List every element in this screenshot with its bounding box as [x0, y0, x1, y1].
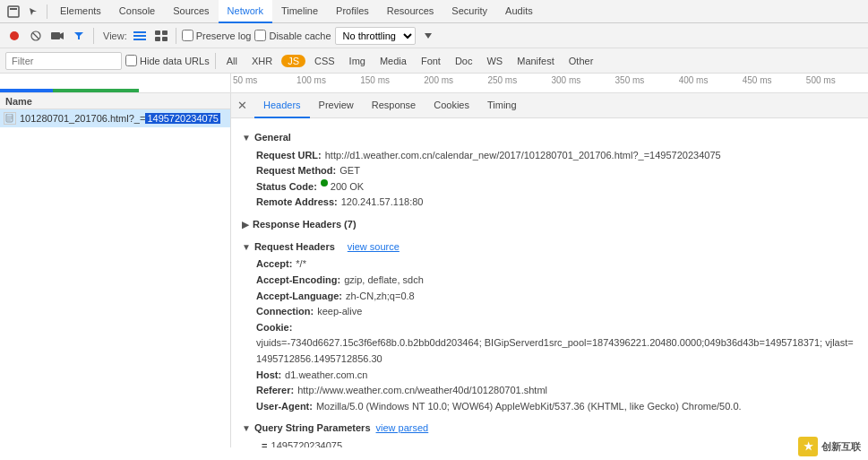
timeline-label: 300 ms [549, 75, 613, 85]
network-row[interactable]: 101280701_201706.html?_=1495720234075 [0, 109, 230, 127]
timeline-label: 200 ms [422, 75, 486, 85]
filter-js[interactable]: JS [281, 55, 305, 67]
request-header-row: Accept:*/* [256, 256, 857, 273]
header-key: User-Agent: [256, 399, 313, 415]
request-headers-title: Request Headers [254, 239, 335, 256]
header-val: */* [296, 256, 306, 273]
row-filename: 101280701_201706.html?_=1495720234075 [20, 113, 220, 124]
throttle-select[interactable]: No throttling [335, 27, 416, 45]
response-headers-triangle-icon: ▶ [242, 217, 249, 232]
network-list-panel: Name 101280701_201706.html?_=14957202340… [0, 93, 231, 447]
clear-button[interactable] [27, 27, 45, 45]
request-headers-section-header[interactable]: ▼ Request Headers view source [242, 239, 857, 256]
general-section-title: General [254, 129, 291, 146]
request-method-row: Request Method: GET [256, 163, 857, 179]
devtools-icon-pointer[interactable] [4, 2, 23, 22]
filter-input[interactable] [5, 52, 122, 70]
headers-content: ▼ General Request URL: http://d1.weather… [231, 118, 868, 447]
filter-img[interactable]: Img [344, 54, 371, 68]
preserve-log-checkbox[interactable]: Preserve log [182, 30, 252, 41]
close-details-button[interactable]: ✕ [235, 99, 249, 113]
filter-button[interactable] [70, 27, 88, 45]
svg-rect-10 [162, 30, 168, 35]
tab-profiles[interactable]: Profiles [327, 0, 378, 23]
timeline-label: 500 ms [804, 75, 868, 85]
header-val: Mozilla/5.0 (Windows NT 10.0; WOW64) App… [316, 399, 742, 415]
record-button[interactable] [5, 27, 23, 45]
timeline-label: 450 ms [741, 75, 804, 85]
hide-data-urls-checkbox[interactable]: Hide data URLs [125, 55, 210, 66]
tab-response[interactable]: Response [363, 93, 425, 118]
tab-console[interactable]: Console [110, 0, 164, 23]
timeline-label: 100 ms [295, 75, 358, 85]
param-val: 1495720234075 [271, 438, 343, 447]
svg-point-2 [10, 31, 19, 40]
tab-headers[interactable]: Headers [254, 93, 310, 118]
filter-css[interactable]: CSS [309, 54, 340, 68]
tab-timeline[interactable]: Timeline [272, 0, 327, 23]
tab-sources[interactable]: Sources [164, 0, 218, 23]
tab-preview[interactable]: Preview [310, 93, 363, 118]
svg-rect-13 [6, 114, 13, 122]
filter-doc[interactable]: Doc [450, 54, 478, 68]
request-headers-content: Accept:*/*Accept-Encoding:gzip, deflate,… [242, 256, 857, 414]
query-param-row: _=1495720234075 [256, 438, 857, 447]
filter-media[interactable]: Media [374, 54, 412, 68]
tab-security[interactable]: Security [443, 0, 496, 23]
filter-all[interactable]: All [221, 54, 243, 68]
timeline-label: 350 ms [614, 75, 677, 85]
tab-resources[interactable]: Resources [378, 0, 443, 23]
tab-network[interactable]: Network [219, 0, 272, 23]
request-method-key: Request Method: [256, 163, 336, 179]
svg-rect-12 [162, 37, 168, 41]
timeline-label: 400 ms [677, 75, 741, 85]
list-view-button[interactable] [131, 27, 149, 45]
general-section-header[interactable]: ▼ General [242, 129, 857, 146]
group-view-button[interactable] [152, 27, 170, 45]
filter-ws[interactable]: WS [481, 54, 508, 68]
toolbar-divider-2 [176, 28, 176, 44]
watermark-text: 创新互联 [821, 440, 861, 454]
request-header-row: Accept-Encoding:gzip, deflate, sdch [256, 273, 857, 289]
header-key: Cookie: [256, 320, 292, 336]
svg-rect-5 [51, 32, 60, 39]
filter-font[interactable]: Font [416, 54, 446, 68]
svg-rect-7 [133, 35, 146, 37]
watermark: ★ 创新互联 [798, 437, 861, 456]
general-triangle-icon: ▼ [242, 130, 251, 145]
timeline-ruler-container: 50 ms100 ms150 ms200 ms250 ms300 ms350 m… [0, 74, 868, 93]
view-source-link[interactable]: view source [348, 239, 400, 256]
devtools-icon-inspect[interactable] [23, 2, 43, 22]
filter-manifest[interactable]: Manifest [511, 54, 560, 68]
throttle-expand-icon[interactable] [419, 27, 437, 45]
svg-rect-6 [133, 31, 146, 33]
tab-cookies[interactable]: Cookies [425, 93, 478, 118]
row-file-icon [4, 112, 16, 125]
tab-elements[interactable]: Elements [51, 0, 110, 23]
disable-cache-checkbox[interactable]: Disable cache [254, 30, 331, 41]
filter-other[interactable]: Other [563, 54, 599, 68]
request-details-panel: ✕ Headers Preview Response Cookies Timin… [231, 93, 868, 447]
remote-address-row: Remote Address: 120.241.57.118:80 [256, 195, 857, 211]
devtools-tab-bar: Elements Console Sources Network Timelin… [0, 0, 868, 23]
filter-xhr[interactable]: XHR [246, 54, 278, 68]
toolbar-divider-1 [93, 28, 94, 44]
response-headers-section-header[interactable]: ▶ Response Headers (7) [242, 216, 857, 233]
tab-audits[interactable]: Audits [496, 0, 542, 23]
view-parsed-link[interactable]: view parsed [376, 420, 429, 437]
remote-address-key: Remote Address: [256, 195, 338, 211]
request-url-val: http://d1.weather.com.cn/calendar_new/20… [325, 148, 721, 164]
query-params-section-header[interactable]: ▼ Query String Parameters view parsed [242, 420, 857, 437]
request-header-row: Cookie:vjuids=-7340d6627.15c3f6ef68b.0.b… [256, 320, 857, 368]
query-params-content: _=1495720234075 [242, 438, 857, 447]
header-key: Accept: [256, 256, 292, 273]
timeline-label: 50 ms [231, 75, 295, 85]
tab-timing[interactable]: Timing [478, 93, 526, 118]
timeline-label: 250 ms [486, 75, 549, 85]
svg-line-4 [33, 33, 39, 39]
header-val: d1.weather.com.cn [285, 368, 367, 384]
tab-separator-1 [47, 4, 47, 19]
status-code-key: Status Code: [256, 179, 317, 195]
screenshot-button[interactable] [48, 27, 66, 45]
svg-rect-1 [10, 8, 17, 10]
